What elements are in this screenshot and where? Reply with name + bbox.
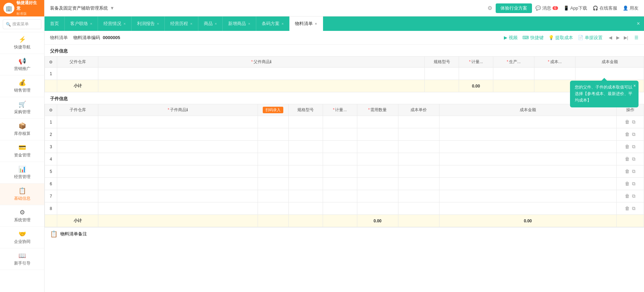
- child-row-unit-cost[interactable]: [398, 141, 439, 153]
- sidebar-item-system[interactable]: ⚙ 系统管理: [0, 205, 44, 227]
- copy-row-btn[interactable]: ⧉: [632, 193, 635, 199]
- parent-row-cost[interactable]: [534, 68, 575, 80]
- experience-btn[interactable]: 体验行业方案: [496, 3, 532, 13]
- settings-gear-icon[interactable]: ⚙: [487, 5, 492, 11]
- child-row-product[interactable]: [98, 178, 258, 190]
- child-row-product[interactable]: [98, 153, 258, 165]
- sidebar-item-sales[interactable]: 💰 销售管理: [0, 75, 44, 97]
- child-row-spec[interactable]: [288, 153, 323, 165]
- tab-operations[interactable]: 经营情况 ×: [98, 16, 131, 31]
- child-row-spec[interactable]: [288, 141, 323, 153]
- tab-profit-close[interactable]: ×: [157, 22, 159, 26]
- tab-home[interactable]: 首页: [45, 16, 65, 31]
- child-row-product[interactable]: [98, 190, 258, 202]
- child-row-warehouse[interactable]: [57, 190, 98, 202]
- sidebar-item-guide[interactable]: 📖 新手引导: [0, 248, 44, 270]
- child-row-unit-cost[interactable]: [398, 165, 439, 178]
- delete-row-btn[interactable]: 🗑: [625, 168, 630, 174]
- child-row-unit[interactable]: [323, 116, 357, 128]
- delete-row-btn[interactable]: 🗑: [625, 206, 630, 211]
- child-row-unit-cost[interactable]: [398, 202, 439, 215]
- child-row-qty[interactable]: [357, 116, 398, 128]
- copy-row-btn[interactable]: ⧉: [632, 144, 635, 149]
- child-row-warehouse[interactable]: [57, 153, 98, 165]
- copy-row-btn[interactable]: ⧉: [632, 131, 635, 137]
- child-row-warehouse[interactable]: [57, 178, 98, 190]
- tab-barcode[interactable]: 条码方案 ×: [256, 16, 289, 31]
- child-row-qty[interactable]: [357, 128, 398, 141]
- tab-history[interactable]: 经营历程 ×: [165, 16, 198, 31]
- nav-close-all-btn[interactable]: ×: [633, 21, 644, 27]
- tooltip-close-btn[interactable]: ×: [633, 83, 636, 89]
- parent-row-production[interactable]: [493, 68, 534, 80]
- child-row-spec[interactable]: [288, 178, 323, 190]
- child-row-spec[interactable]: [288, 128, 323, 141]
- child-row-qty[interactable]: [357, 153, 398, 165]
- child-row-unit-cost[interactable]: [398, 190, 439, 202]
- tab-goods-close[interactable]: ×: [215, 22, 217, 26]
- delete-row-btn[interactable]: 🗑: [625, 156, 630, 162]
- sidebar-item-marketing[interactable]: 📢 营销推广: [0, 54, 44, 75]
- tab-operations-close[interactable]: ×: [123, 22, 125, 26]
- child-row-unit-cost[interactable]: [398, 116, 439, 128]
- delete-row-btn[interactable]: 🗑: [625, 144, 630, 149]
- tab-barcode-close[interactable]: ×: [282, 22, 284, 26]
- app-download-action[interactable]: 📱 App下载: [564, 5, 587, 11]
- pager-next-btn[interactable]: ▶: [615, 34, 621, 41]
- message-action[interactable]: 💬 消息 6: [535, 5, 558, 11]
- parent-row-unit[interactable]: [459, 68, 493, 80]
- child-row-qty[interactable]: [357, 202, 398, 215]
- sidebar-item-finance[interactable]: 💳 资金管理: [0, 140, 44, 162]
- scan-input-btn[interactable]: 扫码录入: [263, 107, 283, 113]
- child-row-product[interactable]: [98, 141, 258, 153]
- child-row-unit-cost[interactable]: [398, 128, 439, 141]
- child-row-qty[interactable]: [357, 141, 398, 153]
- delete-row-btn[interactable]: 🗑: [625, 131, 630, 137]
- tab-customer-close[interactable]: ×: [90, 22, 92, 26]
- child-row-spec[interactable]: [288, 202, 323, 215]
- delete-row-btn[interactable]: 🗑: [625, 181, 630, 186]
- user-action[interactable]: 👤 用友: [623, 5, 639, 11]
- child-row-unit[interactable]: [323, 128, 357, 141]
- sidebar-item-inventory[interactable]: 📦 库存核算: [0, 119, 44, 140]
- tab-history-close[interactable]: ×: [190, 22, 192, 26]
- search-menu-button[interactable]: 🔍 搜索菜单: [3, 19, 41, 29]
- shortcut-action[interactable]: ⌨ 快捷键: [522, 35, 544, 41]
- tab-add-goods-close[interactable]: ×: [248, 22, 250, 26]
- sidebar-item-cooperation[interactable]: 🤝 企业协同: [0, 227, 44, 248]
- single-settings-action[interactable]: 📄 单据设置: [578, 35, 603, 41]
- copy-row-btn[interactable]: ⧉: [632, 181, 635, 186]
- child-row-unit[interactable]: [323, 190, 357, 202]
- system-dropdown-icon[interactable]: ▼: [110, 5, 114, 11]
- pager-last-btn[interactable]: ▶|: [622, 34, 630, 41]
- child-row-unit[interactable]: [323, 153, 357, 165]
- copy-row-btn[interactable]: ⧉: [632, 206, 635, 211]
- child-row-product[interactable]: [98, 128, 258, 141]
- tab-customer[interactable]: 客户联络 ×: [65, 16, 98, 31]
- delete-row-btn[interactable]: 🗑: [625, 119, 630, 125]
- child-row-spec[interactable]: [288, 190, 323, 202]
- online-service-action[interactable]: 🎧 在线客服: [593, 5, 617, 11]
- parent-row-warehouse[interactable]: [57, 68, 98, 80]
- tab-add-goods[interactable]: 新增商品 ×: [223, 16, 256, 31]
- sidebar-item-basics[interactable]: 📋 基础信息: [0, 184, 44, 205]
- copy-row-btn[interactable]: ⧉: [632, 119, 635, 125]
- child-row-qty[interactable]: [357, 178, 398, 190]
- child-row-warehouse[interactable]: [57, 116, 98, 128]
- child-row-warehouse[interactable]: [57, 202, 98, 215]
- child-row-warehouse[interactable]: [57, 128, 98, 141]
- child-row-unit[interactable]: [323, 141, 357, 153]
- child-row-qty[interactable]: [357, 190, 398, 202]
- tab-goods[interactable]: 商品 ×: [198, 16, 223, 31]
- extract-cost-action[interactable]: 💡 提取成本: [548, 35, 573, 41]
- child-row-unit-cost[interactable]: [398, 153, 439, 165]
- child-row-spec[interactable]: [288, 165, 323, 178]
- child-row-warehouse[interactable]: [57, 165, 98, 178]
- child-row-unit-cost[interactable]: [398, 178, 439, 190]
- child-row-product[interactable]: [98, 116, 258, 128]
- child-row-unit[interactable]: [323, 202, 357, 215]
- tab-bom-close[interactable]: ×: [315, 22, 317, 26]
- child-row-product[interactable]: [98, 202, 258, 215]
- sidebar-item-purchase[interactable]: 🛒 采购管理: [0, 97, 44, 119]
- copy-row-btn[interactable]: ⧉: [632, 168, 635, 174]
